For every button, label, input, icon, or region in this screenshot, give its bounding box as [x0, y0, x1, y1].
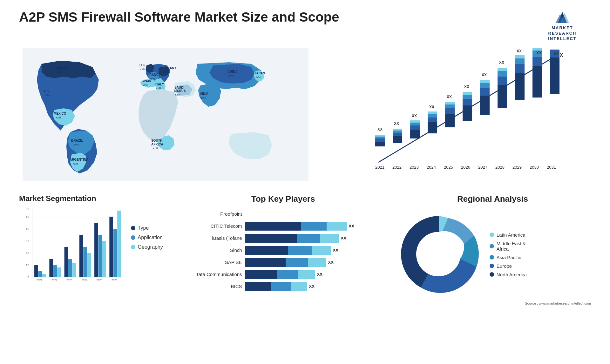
sinch-seg1 — [245, 246, 288, 255]
bics-value: XX — [309, 284, 315, 289]
svg-rect-98 — [83, 247, 87, 277]
svg-rect-85 — [34, 265, 38, 277]
svg-rect-93 — [64, 247, 68, 277]
bar-chart-section: XX XX XX — [325, 48, 591, 181]
sinch-bar — [245, 246, 331, 255]
svg-rect-94 — [68, 259, 72, 277]
svg-rect-105 — [109, 217, 113, 277]
bics-bar — [245, 282, 307, 291]
svg-rect-38 — [480, 88, 490, 96]
south-africa-value: xx% — [153, 147, 158, 150]
svg-rect-103 — [102, 241, 106, 277]
regional-container: Latin America Middle East &Africa Asia P… — [394, 210, 591, 300]
south-africa-label2: AFRICA — [151, 143, 163, 146]
svg-rect-99 — [87, 253, 91, 277]
svg-rect-44 — [498, 71, 507, 77]
mexico-label: MEXICO — [54, 112, 66, 115]
bics-seg2 — [271, 282, 291, 291]
saudi-label2: ARABIA — [173, 89, 186, 93]
svg-rect-7 — [375, 142, 385, 146]
svg-text:XX: XX — [517, 49, 522, 53]
svg-rect-35 — [463, 92, 472, 95]
svg-rect-33 — [463, 99, 472, 105]
mexico-value: xx% — [56, 116, 61, 119]
spain-value: xx% — [143, 84, 148, 87]
tata-bar — [245, 270, 315, 279]
application-dot — [131, 235, 135, 240]
ibasis-bar — [245, 234, 339, 243]
svg-rect-28 — [445, 108, 455, 114]
svg-text:0: 0 — [27, 276, 29, 279]
svg-rect-14 — [393, 131, 402, 133]
china-value: xx% — [228, 74, 234, 77]
key-players-section: Top Key Players Proofpoint CITIC Telecom — [185, 194, 382, 308]
svg-text:XX: XX — [377, 127, 383, 131]
italy-value: xx% — [156, 87, 161, 90]
player-citic: CITIC Telecom XX — [185, 222, 382, 231]
svg-text:XX: XX — [447, 95, 452, 99]
bics-seg3 — [291, 282, 307, 291]
sap-name: SAP SE — [185, 260, 242, 265]
page-title: A2P SMS Firewall Software Market Size an… — [19, 10, 339, 25]
tata-value: XX — [317, 272, 322, 277]
map-svg: CANADA xx% U.S. xx% MEXICO xx% BRAZIL xx… — [19, 48, 312, 181]
segmentation-title: Market Segmentation — [19, 194, 172, 203]
citic-bar — [245, 222, 347, 231]
segmentation-section: Market Segmentation 0 10 20 30 40 50 — [19, 194, 172, 308]
player-sap: SAP SE XX — [185, 258, 382, 267]
svg-rect-91 — [57, 267, 61, 277]
svg-text:2027: 2027 — [478, 165, 487, 170]
segmentation-chart: 0 10 20 30 40 50 60 — [19, 206, 125, 308]
player-bics: BICS XX — [185, 282, 382, 291]
svg-text:2030: 2030 — [530, 165, 539, 170]
brazil-label: BRAZIL — [71, 139, 83, 142]
svg-text:20: 20 — [26, 252, 29, 255]
france-label: FRANCE — [147, 73, 161, 77]
player-tata: Tata Communications XX — [185, 270, 382, 279]
argentina-label: ARGENTINA — [70, 158, 88, 161]
sinch-value: XX — [333, 248, 338, 253]
citic-bar-wrap: XX — [245, 222, 382, 231]
svg-point-109 — [417, 233, 460, 276]
seg-legend: Type Application Geography — [131, 225, 172, 250]
svg-rect-22 — [428, 122, 437, 133]
ibasis-name: iBasis (Tofane — [185, 235, 242, 241]
svg-text:2029: 2029 — [512, 165, 522, 170]
svg-text:XX: XX — [429, 105, 434, 109]
svg-rect-52 — [532, 66, 542, 98]
india-label: INDIA — [200, 92, 208, 96]
saudi-value: xx% — [175, 93, 180, 96]
ibasis-bar-wrap: XX — [245, 234, 382, 243]
svg-text:2023: 2023 — [66, 279, 72, 282]
svg-text:XX: XX — [464, 84, 469, 89]
tata-seg1 — [245, 270, 277, 279]
legend-type: Type — [131, 225, 172, 231]
asia-pacific-dot — [490, 255, 494, 260]
svg-text:XX: XX — [499, 60, 504, 65]
svg-text:XX: XX — [553, 51, 559, 56]
regional-legend: Latin America Middle East &Africa Asia P… — [490, 232, 527, 277]
spain-label: SPAIN — [142, 79, 151, 83]
tata-name: Tata Communications — [185, 272, 242, 277]
bics-seg1 — [245, 282, 271, 291]
sap-seg3 — [308, 258, 326, 267]
svg-rect-47 — [515, 73, 525, 100]
svg-rect-90 — [53, 265, 57, 277]
saudi-label: SAUDI — [174, 86, 184, 89]
svg-rect-55 — [532, 48, 542, 51]
uk-value: xx% — [140, 68, 146, 71]
svg-text:60: 60 — [26, 207, 29, 210]
logo-icon — [553, 10, 572, 25]
tata-seg3 — [298, 270, 315, 279]
citic-seg3 — [327, 222, 347, 231]
asia-pacific-label: Asia Pacific — [497, 255, 521, 260]
ibasis-seg3 — [320, 234, 339, 243]
svg-text:2022: 2022 — [392, 165, 402, 170]
argentina-value: xx% — [73, 162, 78, 165]
legend-mea: Middle East &Africa — [490, 241, 527, 252]
svg-text:30: 30 — [26, 239, 29, 242]
legend-latin-america: Latin America — [490, 232, 527, 238]
svg-text:2024: 2024 — [427, 165, 436, 170]
world-map-section: CANADA xx% U.S. xx% MEXICO xx% BRAZIL xx… — [19, 48, 312, 181]
ibasis-seg2 — [297, 234, 320, 243]
